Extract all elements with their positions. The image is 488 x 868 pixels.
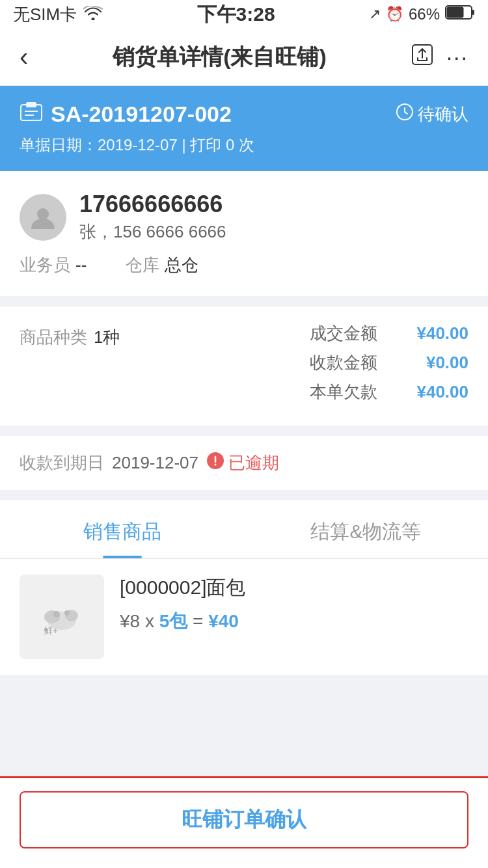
warehouse-value: 总仓 (165, 254, 198, 277)
amount-label-2: 本单欠款 (310, 381, 377, 403)
overdue-text: 已逾期 (228, 452, 279, 474)
salesman-label: 业务员 (20, 254, 70, 277)
more-icon[interactable]: ··· (446, 44, 468, 70)
wifi-icon (83, 5, 103, 25)
product-qty: 5包 (159, 611, 188, 631)
warehouse-item: 仓库 总仓 (126, 254, 198, 277)
customer-name: 张，156 6666 6666 (79, 221, 226, 243)
svg-text:鲜+: 鲜+ (44, 625, 58, 636)
customer-phone: 17666666666 (79, 191, 226, 218)
svg-point-16 (64, 610, 70, 616)
tab-settlement[interactable]: 结算&物流等 (244, 500, 488, 558)
amount-row-1: 收款金额 ¥0.00 (310, 351, 468, 374)
amount-label-0: 成交金额 (310, 322, 377, 345)
confirm-order-button[interactable]: 旺铺订单确认 (20, 791, 468, 848)
due-date-value: 2019-12-07 (112, 453, 198, 473)
back-button[interactable]: ‹ (20, 42, 28, 72)
product-total: ¥40 (208, 611, 239, 631)
tabs-bar: 销售商品 结算&物流等 (0, 500, 488, 559)
due-date-section: 收款到期日 2019-12-07 已逾期 (0, 436, 488, 490)
svg-point-9 (37, 208, 49, 220)
svg-rect-1 (472, 10, 474, 15)
amount-value-2: ¥40.00 (390, 382, 468, 402)
amount-label-1: 收款金额 (310, 351, 377, 374)
overdue-icon (206, 452, 224, 474)
location-icon: ↗ (369, 6, 381, 23)
order-header-card: SA-20191207-002 待确认 单据日期：2019-12-07 | 打印… (0, 86, 488, 171)
confirm-button-wrap: 旺铺订单确认 (0, 776, 488, 868)
amount-value-0: ¥40.00 (390, 323, 468, 344)
product-info: [0000002]面包 ¥8 x 5包 = ¥40 (120, 575, 468, 634)
svg-rect-5 (26, 102, 36, 107)
amount-list: 成交金额 ¥40.00 收款金额 ¥0.00 本单欠款 ¥40.00 (310, 322, 468, 410)
svg-point-15 (53, 611, 60, 617)
nav-bar: ‹ 销货单详情(来自旺铺) ··· (0, 29, 488, 86)
nav-icons: ··· (411, 44, 468, 71)
status-left: 无SIM卡 (13, 3, 103, 26)
order-icon (20, 102, 43, 127)
share-icon[interactable] (411, 44, 433, 71)
product-equals: = (187, 611, 208, 631)
product-image: 鲜+ (20, 575, 104, 659)
status-time: 下午3:28 (197, 1, 275, 28)
avatar (20, 194, 66, 241)
status-bar: 无SIM卡 下午3:28 ↗ ⏰ 66% (0, 0, 488, 29)
product-type-value: 1种 (94, 326, 120, 349)
customer-meta: 业务员 -- 仓库 总仓 (20, 254, 468, 277)
due-date-label: 收款到期日 (20, 452, 104, 474)
amount-value-1: ¥0.00 (390, 353, 468, 373)
product-type-label: 商品种类 (20, 326, 87, 349)
battery-icon (445, 5, 475, 23)
alarm-icon: ⏰ (386, 6, 403, 23)
product-section: 鲜+ [0000002]面包 ¥8 x 5包 = ¥40 (0, 559, 488, 675)
warehouse-label: 仓库 (126, 254, 159, 277)
amount-section: 商品种类 1种 成交金额 ¥40.00 收款金额 ¥0.00 本单欠款 ¥40.… (0, 306, 488, 426)
svg-rect-2 (446, 7, 463, 18)
salesman-value: -- (75, 255, 87, 275)
order-date: 单据日期：2019-12-07 | 打印 0 次 (20, 135, 468, 156)
product-name: [0000002]面包 (120, 575, 468, 601)
customer-section: 17666666666 张，156 6666 6666 业务员 -- 仓库 总仓 (0, 171, 488, 296)
salesman-item: 业务员 -- (20, 254, 87, 277)
overdue-badge: 已逾期 (206, 452, 279, 474)
product-price: ¥8 x 5包 = ¥40 (120, 609, 468, 634)
amount-row-2: 本单欠款 ¥40.00 (310, 381, 468, 403)
order-id: SA-20191207-002 (20, 102, 232, 127)
battery-text: 66% (409, 5, 440, 23)
amount-row-0: 成交金额 ¥40.00 (310, 322, 468, 345)
customer-info: 17666666666 张，156 6666 6666 (79, 191, 226, 243)
product-price-text: ¥8 x (120, 611, 159, 631)
status-right: ↗ ⏰ 66% (369, 5, 475, 23)
order-status: 待确认 (396, 103, 468, 126)
order-header-top: SA-20191207-002 待确认 (20, 102, 468, 127)
customer-row: 17666666666 张，156 6666 6666 (20, 191, 468, 243)
page-title: 销货单详情(来自旺铺) (113, 42, 327, 72)
product-type: 商品种类 1种 (20, 322, 120, 349)
carrier-text: 无SIM卡 (13, 3, 77, 26)
clock-icon (396, 103, 414, 126)
tab-sales-products[interactable]: 销售商品 (0, 500, 244, 558)
svg-point-11 (215, 464, 217, 466)
